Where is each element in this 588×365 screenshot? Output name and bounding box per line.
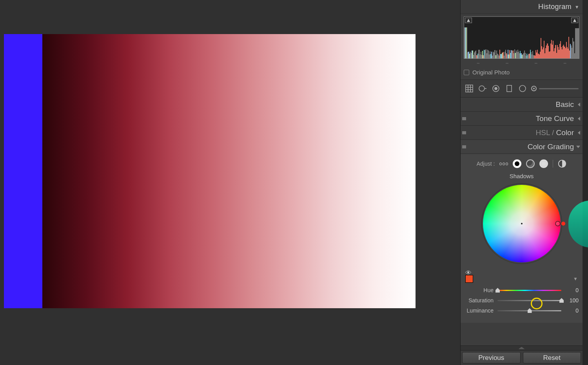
svg-point-3 — [495, 87, 497, 90]
saturation-slider-row: Saturation 100 — [465, 295, 579, 305]
highlights-target-icon[interactable] — [539, 159, 548, 168]
hue-value[interactable]: 0 — [565, 287, 579, 293]
develop-right-panel: Histogram ▼ – – – – Original Photo — [460, 0, 583, 365]
histogram-bars — [464, 24, 579, 58]
shadows-color-swatch[interactable] — [465, 275, 473, 283]
footer-buttons: Previous Reset — [461, 350, 583, 365]
panel-resize-nub[interactable] — [461, 345, 583, 350]
histogram-header[interactable]: Histogram ▼ — [461, 0, 583, 14]
hue-slider-row: Hue 0 — [465, 285, 579, 295]
panel-switch-icon[interactable] — [462, 117, 466, 120]
editor-canvas — [0, 0, 460, 365]
hue-slider[interactable] — [497, 288, 561, 292]
midtones-target-icon[interactable] — [526, 159, 535, 168]
brush-amount-track[interactable] — [539, 88, 579, 89]
three-way-view-icon[interactable] — [499, 159, 508, 168]
saturation-value[interactable]: 100 — [565, 297, 579, 304]
panel-switch-icon[interactable] — [462, 131, 466, 134]
graduated-filter-icon[interactable] — [505, 84, 514, 93]
image-preview[interactable] — [4, 34, 416, 308]
highlight-clipping-toggle[interactable] — [571, 18, 578, 23]
midtones-wheel-peek[interactable] — [568, 201, 588, 248]
shadows-color-wheel[interactable] — [483, 185, 561, 262]
color-grading-panel-header[interactable]: Color Grading — [461, 140, 583, 154]
histogram-graph[interactable] — [464, 16, 579, 59]
shadows-target-icon[interactable] — [513, 159, 521, 168]
expand-sliders-icon[interactable]: ▼ — [573, 276, 578, 282]
chevron-left-icon — [578, 103, 580, 107]
redeye-tool-icon[interactable] — [491, 84, 501, 93]
adjust-target-row: Adjust : — [465, 159, 579, 168]
wheel-hue-indicator[interactable] — [561, 222, 565, 226]
brush-tool-with-slider[interactable] — [531, 86, 579, 91]
chevron-down-icon — [576, 146, 580, 148]
shadow-clipping-overlay — [4, 34, 42, 308]
color-grading-panel: Adjust : Shadows 👁 — [461, 154, 583, 323]
histogram-region-labels: – – – – — [464, 60, 579, 66]
color-grading-target-label: Shadows — [465, 173, 579, 179]
crop-tool-icon[interactable] — [465, 84, 474, 93]
luminance-slider-row: Luminance 0 — [465, 305, 579, 316]
reset-button[interactable]: Reset — [523, 352, 581, 363]
svg-rect-4 — [507, 85, 512, 92]
local-tools-strip — [461, 80, 583, 98]
wheel-picker-handle[interactable] — [555, 221, 561, 226]
original-photo-label: Original Photo — [472, 69, 510, 76]
adjust-label: Adjust : — [477, 161, 495, 167]
brush-tool-icon[interactable] — [531, 86, 537, 91]
panel-switch-icon[interactable] — [462, 145, 466, 148]
saturation-slider[interactable] — [497, 298, 561, 302]
tone-curve-panel-header[interactable]: Tone Curve — [461, 112, 583, 126]
svg-point-5 — [519, 85, 526, 92]
basic-panel-header[interactable]: Basic — [461, 98, 583, 112]
collapse-icon: ▼ — [575, 4, 579, 10]
histogram-title: Histogram — [538, 3, 572, 11]
chevron-left-icon — [578, 117, 580, 121]
shadow-clipping-toggle[interactable] — [465, 18, 472, 23]
chevron-left-icon — [578, 131, 580, 135]
svg-rect-0 — [466, 85, 473, 92]
previous-button[interactable]: Previous — [462, 352, 521, 363]
spot-removal-icon[interactable] — [478, 84, 487, 93]
luminance-value[interactable]: 0 — [565, 307, 579, 314]
svg-point-1 — [479, 86, 485, 91]
original-photo-row[interactable]: Original Photo — [464, 69, 579, 76]
hsl-color-panel-header[interactable]: HSL / Color — [461, 126, 583, 140]
luminance-slider[interactable] — [497, 309, 561, 313]
global-target-icon[interactable] — [558, 159, 566, 168]
panel-scrollbar[interactable] — [583, 0, 588, 365]
original-photo-checkbox[interactable] — [464, 70, 469, 75]
radial-filter-icon[interactable] — [518, 84, 527, 93]
